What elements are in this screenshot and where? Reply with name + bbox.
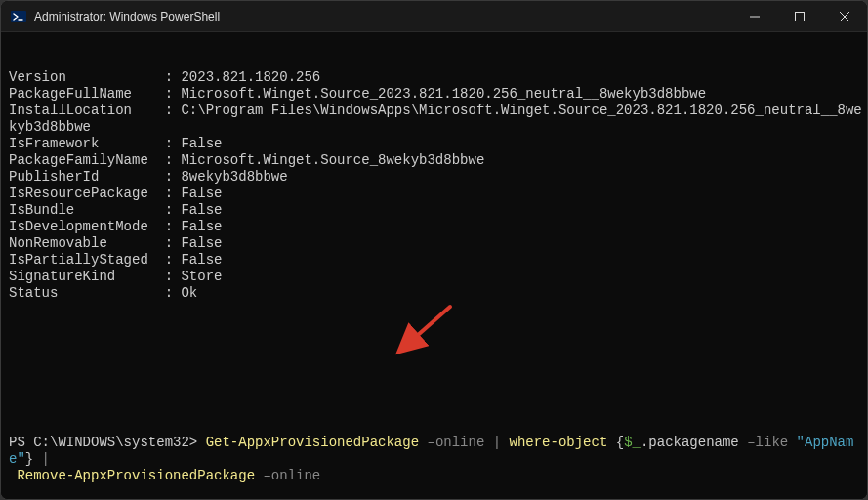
property-row: IsDevelopmentMode : False (9, 219, 863, 235)
property-row: PublisherId : 8wekyb3d8bbwe (9, 169, 863, 186)
close-button[interactable] (822, 1, 867, 32)
pipe2: | (33, 451, 50, 467)
window-title: Administrator: Windows PowerShell (34, 10, 220, 23)
cmd-remove: Remove-AppxProvisionedPackage (17, 468, 255, 483)
param-like: –like (747, 435, 796, 450)
property-row: NonRemovable : False (9, 235, 863, 252)
powershell-window: Administrator: Windows PowerShell Versio… (0, 0, 868, 500)
param-online1: –online (419, 435, 493, 450)
property-row: IsFramework : False (9, 136, 863, 152)
property-row: IsPartiallyStaged : False (9, 252, 863, 269)
prompt-prefix: PS C:\WINDOWS\system32> (9, 435, 206, 450)
property-row: Version : 2023.821.1820.256 (9, 69, 863, 86)
property-row: PackageFamilyName : Microsoft.Winget.Sou… (9, 152, 863, 169)
property-row: IsBundle : False (9, 202, 863, 219)
titlebar[interactable]: Administrator: Windows PowerShell (1, 1, 867, 32)
property-row: InstallLocation : C:\Program Files\Windo… (9, 103, 863, 119)
svg-rect-3 (796, 12, 805, 21)
powershell-icon (11, 9, 26, 24)
brace-open: { (616, 435, 624, 450)
prop-pkgname: .packagename (641, 435, 747, 450)
minimize-button[interactable] (732, 1, 777, 32)
pipe1: | (493, 435, 501, 450)
property-row: IsResourcePackage : False (9, 186, 863, 202)
property-row: kyb3d8bbwe (9, 119, 863, 136)
terminal-output[interactable]: Version : 2023.821.1820.256PackageFullNa… (1, 32, 867, 499)
maximize-button[interactable] (777, 1, 822, 32)
property-row: PackageFullName : Microsoft.Winget.Sourc… (9, 86, 863, 103)
property-row: Status : Ok (9, 285, 863, 302)
property-row: SignatureKind : Store (9, 269, 863, 285)
brace-close: } (25, 451, 33, 467)
command-line: PS C:\WINDOWS\system32> Get-AppxProvisio… (9, 435, 863, 484)
var-dollar: $_ (624, 435, 641, 450)
package-properties: Version : 2023.821.1820.256PackageFullNa… (9, 69, 863, 302)
cmd-get: Get-AppxProvisionedPackage (206, 435, 419, 450)
param-online2: –online (255, 468, 320, 483)
svg-rect-0 (11, 11, 26, 22)
cmd-where: where-object (501, 435, 616, 450)
